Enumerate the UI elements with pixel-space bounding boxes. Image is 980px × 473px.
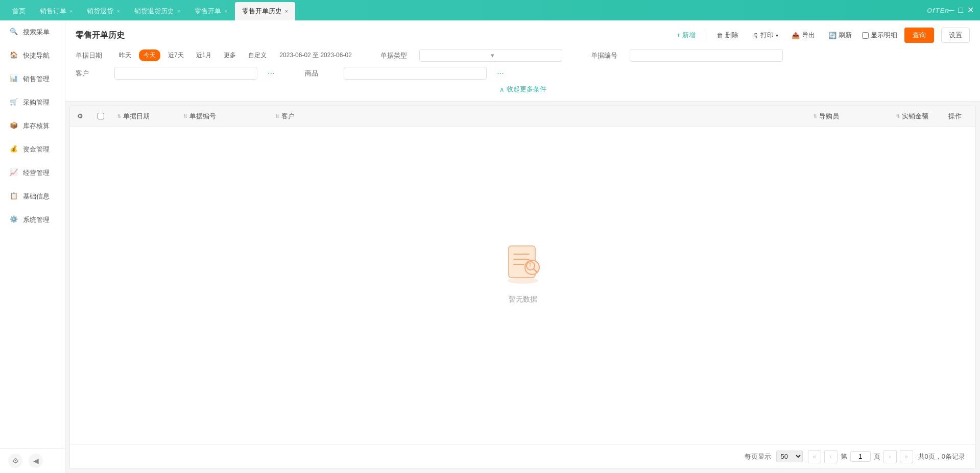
tab-retail-history[interactable]: 零售开单历史 × (235, 2, 295, 20)
tabs-container: 首页销售订单 ×销货退货 ×销货退货历史 ×零售开单 ×零售开单历史 × (5, 0, 295, 20)
table-section: ⚙ ⇅ 单据日期 ⇅ 单据编号 ⇅ 客户 ⇅ (69, 106, 976, 469)
settings-button[interactable]: 设置 (941, 28, 970, 43)
tab-close-sales-return-history[interactable]: × (177, 8, 180, 14)
tab-retail-open[interactable]: 零售开单 × (187, 2, 234, 20)
tab-close-sales-order[interactable]: × (69, 8, 73, 14)
tab-sales-return-history[interactable]: 销货退货历史 × (127, 2, 187, 20)
tab-sales-order[interactable]: 销售订单 × (33, 2, 80, 20)
window-close-icon[interactable]: ✕ (967, 6, 974, 14)
sidebar-settings-btn[interactable]: ⚙ (8, 454, 22, 468)
date-buttons: 昨天今天近7天近1月更多自定义 (114, 49, 271, 62)
date-btn-近1月[interactable]: 近1月 (192, 49, 217, 62)
pagination: 每页显示 50 10 20 100 « ‹ 第 页 › » 共0页，0条记录 (70, 444, 975, 468)
th-amount: ⇅ 实销金额 (868, 112, 935, 121)
sidebar-icon-sales-mgmt: 📊 (10, 74, 19, 84)
sidebar-item-purchase-mgmt[interactable]: 🛒采购管理 (0, 91, 65, 114)
table-settings-icon[interactable]: ⚙ (77, 112, 83, 120)
per-page-select[interactable]: 50 10 20 100 (776, 451, 803, 462)
toolbar: + 新增 🗑 删除 🖨 打印 ▾ 📤 导出 (674, 28, 970, 43)
th-guide: ⇅ 导购员 (807, 112, 868, 121)
sort-customer-icon[interactable]: ⇅ (275, 113, 279, 119)
date-btn-自定义[interactable]: 自定义 (244, 49, 271, 62)
th-checkbox[interactable] (90, 113, 111, 119)
page-title: 零售开单历史 (76, 30, 125, 41)
last-page-btn[interactable]: » (900, 450, 913, 463)
tab-home[interactable]: 首页 (5, 2, 33, 20)
sidebar-icon-search-purchase: 🔍 (10, 28, 19, 37)
display-detail-input[interactable] (862, 32, 869, 39)
page-header: 零售开单历史 + 新增 🗑 删除 🖨 打印 ▾ 📤 导出 (65, 20, 980, 102)
sidebar-item-operations[interactable]: 📈经营管理 (0, 161, 65, 185)
main-layout: 🔍搜索采单🏠快捷导航📊销售管理🛒采购管理📦库存核算💰资金管理📈经营管理📋基础信息… (0, 20, 980, 473)
print-icon: 🖨 (752, 32, 758, 39)
sidebar-item-quick-nav[interactable]: 🏠快捷导航 (0, 44, 65, 67)
refresh-button[interactable]: 🔄 刷新 (825, 29, 855, 42)
sort-guide-icon[interactable]: ⇅ (813, 113, 817, 119)
print-button[interactable]: 🖨 打印 ▾ (749, 29, 781, 42)
sidebar-label-search-purchase: 搜索采单 (23, 28, 50, 37)
sidebar-icon-system: ⚙️ (10, 215, 19, 225)
date-btn-今天[interactable]: 今天 (139, 49, 160, 61)
tab-close-sales-return[interactable]: × (116, 8, 119, 14)
export-button[interactable]: 📤 导出 (788, 29, 818, 42)
date-btn-更多[interactable]: 更多 (219, 49, 241, 62)
sidebar-item-system[interactable]: ⚙️系统管理 (0, 208, 65, 232)
date-btn-近7天[interactable]: 近7天 (163, 49, 188, 62)
minimize-icon[interactable]: ─ (948, 6, 954, 14)
export-icon: 📤 (792, 32, 800, 39)
sidebar-item-finance[interactable]: 💰资金管理 (0, 138, 65, 161)
sidebar-icon-base-info: 📋 (10, 192, 19, 201)
doc-num-input[interactable] (630, 49, 783, 62)
sidebar-icon-finance: 💰 (10, 145, 19, 154)
window-controls: ─ □ ✕ (948, 6, 974, 14)
tab-close-retail-open[interactable]: × (224, 8, 227, 14)
top-bar: 首页销售订单 ×销货退货 ×销货退货历史 ×零售开单 ×零售开单历史 × OfT… (0, 0, 980, 20)
tab-close-retail-history[interactable]: × (285, 8, 288, 14)
sort-num-icon[interactable]: ⇅ (183, 113, 187, 119)
query-button[interactable]: 查询 (904, 28, 934, 43)
svg-point-0 (508, 278, 538, 284)
customer-input[interactable] (114, 67, 257, 80)
page-suffix: 页 (874, 452, 880, 461)
doc-type-select[interactable]: ▾ (419, 49, 562, 62)
date-btn-昨天[interactable]: 昨天 (114, 49, 136, 62)
sidebar-collapse-btn[interactable]: ◀ (29, 454, 43, 468)
product-input[interactable] (344, 67, 487, 80)
empty-illustration: ? (497, 236, 548, 287)
tab-sales-return[interactable]: 销货退货 × (80, 2, 127, 20)
date-filter-label: 单据日期 (76, 51, 106, 60)
customer-label: 客户 (76, 69, 106, 78)
select-all-checkbox[interactable] (98, 113, 104, 119)
sidebar-label-sales-mgmt: 销售管理 (23, 74, 50, 84)
page-title-row: 零售开单历史 + 新增 🗑 删除 🖨 打印 ▾ 📤 导出 (76, 28, 970, 43)
maximize-icon[interactable]: □ (958, 6, 963, 14)
product-search-icon[interactable]: ··· (495, 69, 506, 78)
sidebar-icon-operations: 📈 (10, 168, 19, 178)
table-header: ⚙ ⇅ 单据日期 ⇅ 单据编号 ⇅ 客户 ⇅ (70, 106, 975, 127)
next-page-btn[interactable]: › (883, 450, 897, 463)
delete-button[interactable]: 🗑 删除 (713, 29, 742, 42)
sidebar-icon-inventory: 📦 (10, 121, 19, 131)
customer-search-icon[interactable]: ··· (266, 69, 276, 78)
sidebar-label-quick-nav: 快捷导航 (23, 51, 50, 60)
sort-date-icon[interactable]: ⇅ (117, 113, 121, 119)
product-label: 商品 (305, 69, 336, 78)
display-detail-checkbox[interactable]: 显示明细 (862, 31, 897, 40)
th-customer: ⇅ 客户 (269, 112, 807, 121)
prev-page-btn[interactable]: ‹ (824, 450, 838, 463)
page-number-input[interactable] (850, 451, 871, 462)
new-button[interactable]: + 新增 (674, 29, 699, 42)
sidebar-bottom: ⚙ ◀ (0, 448, 65, 473)
th-settings[interactable]: ⚙ (70, 112, 90, 120)
sidebar-item-base-info[interactable]: 📋基础信息 (0, 185, 65, 208)
doc-num-label: 单据编号 (591, 51, 622, 60)
svg-text:?: ? (529, 263, 532, 268)
sidebar-item-sales-mgmt[interactable]: 📊销售管理 (0, 67, 65, 91)
brand-logo: OfTEn (927, 7, 949, 14)
sort-amount-icon[interactable]: ⇅ (896, 113, 900, 119)
first-page-btn[interactable]: « (808, 450, 821, 463)
collapse-button[interactable]: ∧ 收起更多条件 (76, 85, 970, 94)
sidebar-item-search-purchase[interactable]: 🔍搜索采单 (0, 20, 65, 44)
print-chevron-icon: ▾ (776, 33, 778, 38)
sidebar-item-inventory[interactable]: 📦库存核算 (0, 114, 65, 138)
